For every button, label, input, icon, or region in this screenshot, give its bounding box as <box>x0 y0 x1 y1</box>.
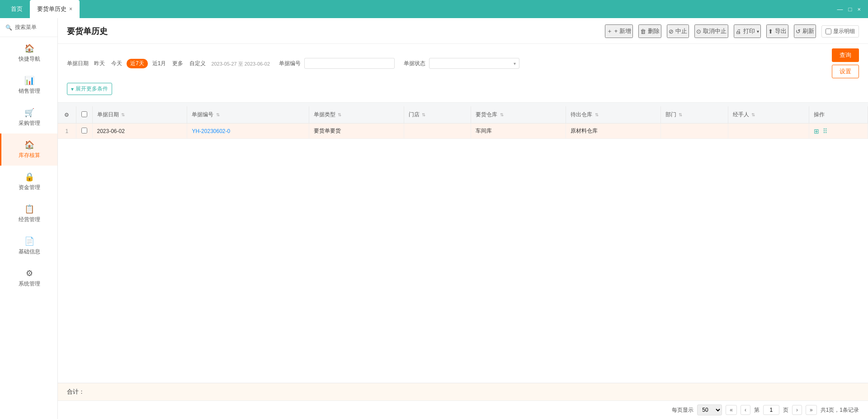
date-btn-custom[interactable]: 自定义 <box>188 59 208 68</box>
sort-department-icon[interactable]: ⇅ <box>679 112 682 117</box>
cell-order-no: YH-20230602-0 <box>187 124 309 139</box>
row-checkbox[interactable] <box>81 128 87 133</box>
cell-req-warehouse: 车间库 <box>471 124 566 139</box>
table-area: ⚙ 单据日期 ⇅ 单据编号 ⇅ 单据类型 <box>58 106 868 383</box>
page-suffix: 页 <box>783 406 788 414</box>
sort-pending-warehouse-icon[interactable]: ⇅ <box>595 112 599 117</box>
delete-button[interactable]: 🗑 删除 <box>638 24 661 38</box>
toolbar: ＋ + 新增 🗑 删除 ⊘ 中止 ⊙ 取消中止 <box>605 24 859 38</box>
cancel-stop-icon: ⊙ <box>696 28 701 35</box>
refresh-icon: ↺ <box>796 28 801 35</box>
col-handler: 经手人 ⇅ <box>728 106 809 124</box>
col-date-label: 单据日期 <box>97 111 119 118</box>
sort-order-no-icon[interactable]: ⇅ <box>216 112 220 117</box>
per-page-label: 每页显示 <box>672 406 693 414</box>
sidebar-search[interactable]: 🔍 搜索菜单 <box>0 18 57 37</box>
export-button[interactable]: ⬆ 导出 <box>766 24 788 38</box>
display-cell-button[interactable]: 显示明细 <box>821 25 859 38</box>
filter-row-1: 单据日期 昨天 今天 近7天 近1月 更多 自定义 2023-05-27 至 2… <box>67 48 859 78</box>
sidebar-item-inventory[interactable]: 🏠 库存核算 <box>0 133 57 166</box>
sidebar-item-purchase[interactable]: 🛒 采购管理 <box>0 101 57 133</box>
sort-date-icon[interactable]: ⇅ <box>121 112 125 117</box>
main-layout: 🔍 搜索菜单 🏠 快捷导航 📊 销售管理 🛒 采购管理 🏠 库存核算 🔒 资金管… <box>0 18 868 419</box>
new-icon: ＋ <box>607 27 613 35</box>
sidebar-item-finance[interactable]: 🔒 资金管理 <box>0 166 57 198</box>
col-date: 单据日期 ⇅ <box>92 106 187 124</box>
delete-label: 删除 <box>648 27 660 35</box>
print-label: 打印 <box>743 27 755 35</box>
date-btn-yesterday[interactable]: 昨天 <box>92 59 107 68</box>
settings-button[interactable]: 设置 <box>832 65 859 78</box>
table-header-row: ⚙ 单据日期 ⇅ 单据编号 ⇅ 单据类型 <box>58 106 868 124</box>
window-maximize[interactable]: □ <box>849 6 852 13</box>
sidebar-item-label: 基础信息 <box>19 248 40 256</box>
purchase-icon: 🛒 <box>24 108 34 118</box>
order-no-link[interactable]: YH-20230602-0 <box>192 128 230 134</box>
display-cell-label: 显示明细 <box>833 28 855 35</box>
new-label: + 新增 <box>614 27 631 35</box>
tab-history[interactable]: 要货单历史 × <box>30 0 80 18</box>
date-label: 单据日期 <box>67 60 89 67</box>
sort-req-warehouse-icon[interactable]: ⇅ <box>500 112 504 117</box>
window-close[interactable]: × <box>857 6 861 13</box>
col-department-label: 部门 <box>665 111 676 118</box>
first-page-btn[interactable]: « <box>726 405 737 415</box>
filter-area: 单据日期 昨天 今天 近7天 近1月 更多 自定义 2023-05-27 至 2… <box>58 44 868 103</box>
sort-handler-icon[interactable]: ⇅ <box>751 112 755 117</box>
date-shortcuts: 昨天 今天 近7天 近1月 更多 自定义 <box>92 59 208 68</box>
new-button[interactable]: ＋ + 新增 <box>605 24 633 38</box>
cell-department <box>661 124 728 139</box>
window-minimize[interactable]: — <box>837 6 843 13</box>
query-buttons: 查询 设置 <box>832 48 859 78</box>
select-all-checkbox[interactable] <box>81 111 87 117</box>
sidebar-item-sales[interactable]: 📊 销售管理 <box>0 69 57 101</box>
tab-home-label: 首页 <box>11 5 23 13</box>
sidebar-item-label: 采购管理 <box>19 119 40 127</box>
sort-order-type-icon[interactable]: ⇅ <box>338 112 341 117</box>
col-store-label: 门店 <box>409 111 420 118</box>
more-action-icon[interactable]: ⠿ <box>823 128 827 135</box>
sidebar-item-quick-nav[interactable]: 🏠 快捷导航 <box>0 37 57 69</box>
sidebar-item-system[interactable]: ⚙ 系统管理 <box>0 262 57 294</box>
date-btn-7days[interactable]: 近7天 <box>127 59 148 68</box>
tab-home[interactable]: 首页 <box>4 0 30 18</box>
col-handler-label: 经手人 <box>733 111 749 118</box>
cell-order-type: 要货单要货 <box>309 124 404 139</box>
order-no-input[interactable] <box>304 58 395 69</box>
sidebar-item-label: 快捷导航 <box>19 55 40 63</box>
expand-label: 展开更多条件 <box>75 85 108 93</box>
expand-more-button[interactable]: ▾ 展开更多条件 <box>67 83 112 95</box>
next-page-btn[interactable]: › <box>792 405 802 415</box>
table-footer: 合计： <box>58 383 868 400</box>
data-table: ⚙ 单据日期 ⇅ 单据编号 ⇅ 单据类型 <box>58 106 868 139</box>
view-action-icon[interactable]: ⊞ <box>814 128 819 135</box>
date-btn-more[interactable]: 更多 <box>170 59 185 68</box>
date-btn-today[interactable]: 今天 <box>109 59 124 68</box>
date-filter-group: 单据日期 昨天 今天 近7天 近1月 更多 自定义 2023-05-27 至 2… <box>67 59 270 68</box>
table-row: 1 2023-06-02 YH-20230602-0 要货单要货 车间库 原材料… <box>58 124 868 139</box>
date-btn-1month[interactable]: 近1月 <box>151 59 168 68</box>
pagination-bar: 每页显示 10 20 50 100 « ‹ 第 页 › » 共1页，1条记录 <box>58 400 868 419</box>
status-label: 单据状态 <box>404 60 425 67</box>
query-button[interactable]: 查询 <box>832 48 859 62</box>
col-pending-warehouse-label: 待出仓库 <box>571 111 592 118</box>
print-button[interactable]: 🖨 打印 ▾ <box>734 24 761 38</box>
cell-check <box>76 124 92 139</box>
stop-icon: ⊘ <box>669 28 674 35</box>
status-select[interactable] <box>429 58 519 69</box>
page-input[interactable] <box>763 405 779 415</box>
refresh-button[interactable]: ↺ 刷新 <box>794 24 816 38</box>
search-icon: 🔍 <box>5 24 12 31</box>
prev-page-btn[interactable]: ‹ <box>741 405 750 415</box>
display-cell-checkbox[interactable] <box>826 29 831 34</box>
tab-bar: 首页 要货单历史 × <box>4 0 837 18</box>
tab-close-icon[interactable]: × <box>69 6 72 12</box>
cancel-stop-button[interactable]: ⊙ 取消中止 <box>694 24 728 38</box>
stop-label: 中止 <box>675 27 687 35</box>
sidebar-item-basic-info[interactable]: 📄 基础信息 <box>0 230 57 262</box>
sort-store-icon[interactable]: ⇅ <box>422 112 425 117</box>
last-page-btn[interactable]: » <box>806 405 817 415</box>
stop-button[interactable]: ⊘ 中止 <box>667 24 689 38</box>
per-page-select[interactable]: 10 20 50 100 <box>697 405 722 415</box>
sidebar-item-operations[interactable]: 📋 经营管理 <box>0 198 57 230</box>
